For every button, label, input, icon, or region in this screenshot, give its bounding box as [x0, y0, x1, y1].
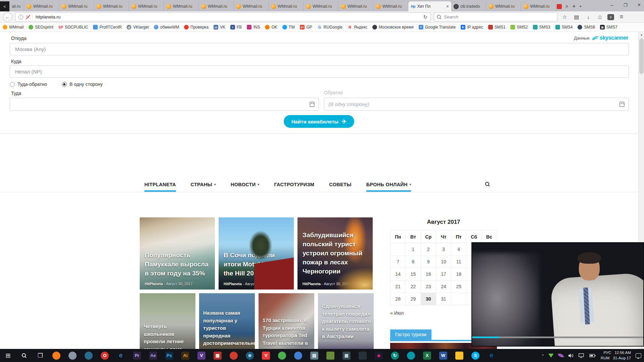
depart-date-input[interactable]: [10, 98, 319, 111]
clock-time[interactable]: 12:56 AM: [614, 350, 631, 356]
article-title[interactable]: Популярность Памуккале выросла в этом го…: [145, 251, 211, 278]
calendar-cell[interactable]: 16: [421, 268, 436, 280]
bookmark-item[interactable]: ◎VKtarget: [127, 25, 149, 30]
roundtrip-radio[interactable]: Туда-обратно: [10, 82, 47, 87]
browser-tab[interactable]: WMmail.ru: [94, 1, 129, 11]
find-flights-button[interactable]: Найти авиабилеты ✈: [284, 115, 354, 128]
calendar-cell[interactable]: 29: [406, 293, 421, 305]
opera-icon[interactable]: O: [97, 349, 113, 362]
calendar-cell[interactable]: 21: [390, 280, 406, 293]
app-icon-dark[interactable]: [355, 349, 371, 362]
restore-button[interactable]: ❐: [624, 3, 628, 8]
nav-item-gastroturizm[interactable]: ГАСТРОТУРИЗМ: [274, 177, 314, 192]
article-card[interactable]: 170 застрявших в Турции клиентов туропер…: [259, 293, 314, 349]
bookmark-item[interactable]: SMS2: [510, 25, 528, 30]
tab-scroll-left-icon[interactable]: <: [0, 1, 9, 11]
calendar-cell[interactable]: 17: [436, 268, 451, 280]
volume-icon[interactable]: [568, 353, 574, 358]
article-card[interactable]: Популярность Памуккале выросла в этом го…: [140, 217, 215, 290]
app-icon-red-circle[interactable]: [226, 349, 242, 362]
task-view-button[interactable]: ❐: [32, 349, 48, 362]
taskbar-search-icon[interactable]: [16, 349, 32, 362]
skype-icon[interactable]: S: [467, 349, 484, 362]
calendar-cell[interactable]: 8: [406, 256, 421, 268]
bookmark-item[interactable]: SMS3: [533, 25, 550, 30]
browser-tab[interactable]: WMmail.ru: [234, 1, 269, 11]
calendar-cell[interactable]: 7: [390, 256, 406, 268]
folder-icon[interactable]: [451, 349, 467, 362]
bookmark-item[interactable]: OK: [265, 25, 277, 30]
vivaldi-icon[interactable]: V: [258, 349, 274, 362]
calendar-cell[interactable]: 14: [390, 268, 406, 280]
back-button[interactable]: ←: [3, 12, 12, 21]
bookmark-item[interactable]: Проверка: [184, 25, 209, 30]
video-progress-bar[interactable]: [472, 337, 643, 338]
video-player-overlay[interactable]: [471, 242, 644, 347]
scroll-up-icon[interactable]: ▲: [639, 32, 644, 37]
illustrator-icon[interactable]: Ai: [177, 349, 193, 362]
app-icon-blue-circle[interactable]: [290, 349, 306, 362]
bookmark-item[interactable]: fFB: [230, 25, 242, 30]
article-title[interactable]: В Сочи подвели итоги Motul King of the H…: [224, 251, 290, 278]
app-icon-green-circle[interactable]: [274, 349, 290, 362]
bookmark-star-icon[interactable]: ☆: [560, 14, 569, 20]
from-input[interactable]: [10, 43, 629, 55]
site-info-icon[interactable]: i: [18, 15, 23, 19]
tray-expand-icon[interactable]: ^: [542, 354, 544, 358]
article-card[interactable]: Четверть школьников провели летние каник…: [140, 293, 195, 349]
calendar-cell[interactable]: 2: [421, 243, 436, 256]
app-icon-gray-circle[interactable]: [64, 349, 81, 362]
search-placeholder[interactable]: Search: [444, 14, 458, 19]
nav-item-bron-online[interactable]: БРОНЬ ОНЛАЙН▾: [366, 177, 411, 192]
clock-date[interactable]: 31-Aug-17: [613, 356, 631, 361]
browser-tab[interactable]: clk.tradedo: [451, 1, 486, 11]
bookmark-item[interactable]: TGoogle Translate: [419, 25, 456, 30]
site-search-icon[interactable]: [485, 182, 491, 187]
sync-app-icon[interactable]: ↻: [387, 349, 403, 362]
viber-icon[interactable]: V: [193, 349, 210, 362]
browser-tab[interactable]: WMmail.ru: [164, 1, 199, 11]
browser-tab[interactable]: WMmail.ru: [269, 1, 304, 11]
photos-app-icon[interactable]: ◈: [371, 349, 387, 362]
no-edit-icon[interactable]: ✎: [26, 15, 30, 19]
calendar-cell[interactable]: 30: [421, 293, 436, 305]
article-card[interactable]: Сдвинувшийся телетрап повредил двигатель…: [318, 293, 374, 349]
bookmark-item[interactable]: SMS1: [488, 25, 506, 30]
bookmark-item[interactable]: GRUGoogle: [317, 25, 342, 30]
after-effects-icon[interactable]: Ae: [145, 349, 161, 362]
bookmark-item[interactable]: SMS6: [578, 25, 595, 30]
app-icon-red-grid[interactable]: ▦: [210, 349, 226, 362]
browser-tab[interactable]: WMmail.ru: [373, 1, 408, 11]
word-icon[interactable]: W: [435, 349, 451, 362]
category-badge[interactable]: Гастро туризм: [390, 329, 431, 340]
edge-icon[interactable]: e: [484, 349, 500, 362]
calendar-cell[interactable]: 25: [451, 280, 466, 293]
scrollbar-thumb[interactable]: [639, 39, 644, 74]
keyboard-layout[interactable]: RUM: [601, 356, 609, 361]
to-input[interactable]: [10, 65, 629, 78]
browser-tab[interactable]: WMmail.ru: [338, 1, 373, 11]
bookmark-item[interactable]: SMS4: [555, 25, 573, 30]
globe-app-icon[interactable]: ⊕: [242, 349, 258, 362]
bookmark-item[interactable]: WMmail: [3, 25, 24, 30]
calendar-cell[interactable]: 22: [406, 280, 421, 293]
photoshop-icon[interactable]: Ps: [161, 349, 177, 362]
skyscanner-logo[interactable]: skyscanner: [592, 35, 628, 41]
article-card[interactable]: В Сочи подвели итоги Motul King of the H…: [219, 217, 294, 290]
article-title[interactable]: Заблудившийся польский турист устроил ог…: [303, 231, 369, 276]
calendar-cell[interactable]: 10: [436, 256, 451, 268]
calendar-cell[interactable]: 24: [436, 280, 451, 293]
browser-tab[interactable]: WMmail.ru: [486, 1, 521, 11]
browser-tab[interactable]: WMmail.ru: [304, 1, 338, 11]
feather-app-icon[interactable]: [558, 352, 564, 359]
reload-icon[interactable]: ↻: [423, 14, 427, 20]
bookmark-item[interactable]: G+GP: [300, 25, 312, 30]
download-manager-icon[interactable]: [548, 354, 554, 358]
return-date-input[interactable]: (В одну сторону): [324, 98, 629, 111]
internet-explorer-icon[interactable]: e: [113, 349, 129, 362]
downloads-icon[interactable]: ↓: [584, 14, 593, 20]
url-bar[interactable]: i ✎ hitplaneta.ru ↻: [15, 12, 431, 21]
bookmark-item[interactable]: TW: [282, 25, 295, 30]
calculator-icon[interactable]: ▤: [306, 349, 322, 362]
clock-language-block[interactable]: РУС12:56 AM RUM31-Aug-17: [601, 350, 631, 361]
